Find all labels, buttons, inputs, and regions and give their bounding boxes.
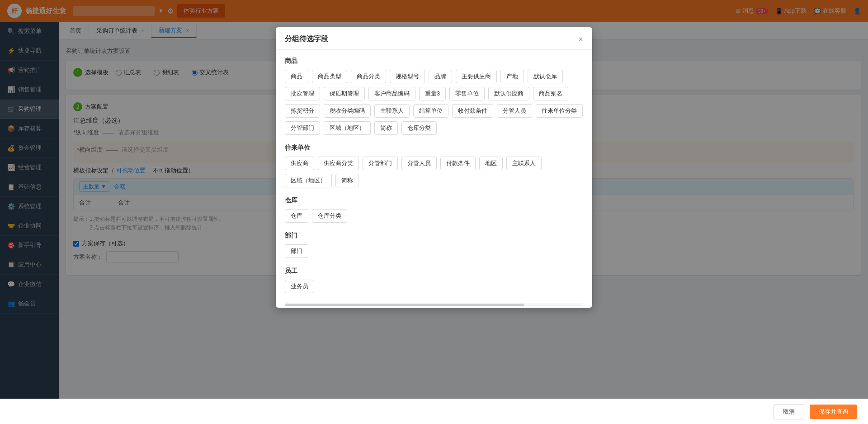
field-tag-0-14[interactable]: 商品别名 (533, 87, 568, 100)
field-tag-1-5[interactable]: 地区 (479, 157, 503, 170)
modal-horizontal-scrollbar[interactable] (285, 303, 583, 306)
field-tag-1-2[interactable]: 分管部门 (363, 157, 398, 170)
modal-section-2: 仓库仓库仓库分类 (285, 196, 583, 223)
field-tag-0-20[interactable]: 分管人员 (497, 104, 532, 118)
field-tag-0-19[interactable]: 收付款条件 (452, 104, 493, 118)
field-tag-0-7[interactable]: 默认仓库 (528, 70, 563, 83)
field-tag-1-0[interactable]: 供应商 (285, 157, 314, 170)
fields-grid-3: 部门 (285, 244, 583, 258)
hscrollbar-thumb (285, 304, 524, 306)
save-confirm-button[interactable]: 保存并查询 (810, 405, 857, 419)
section-title-3: 部门 (285, 232, 583, 240)
field-tag-0-6[interactable]: 产地 (500, 70, 524, 83)
modal-overlay: 分组待选字段 × 商品商品商品类型商品分类规格型号品牌主要供应商产地默认仓库批次… (0, 0, 868, 424)
field-tag-0-11[interactable]: 重量3 (419, 87, 446, 100)
modal-section-4: 员工业务员 (285, 267, 583, 293)
field-tag-0-24[interactable]: 简称 (374, 121, 398, 135)
field-tag-0-16[interactable]: 税收分类编码 (324, 104, 371, 118)
field-tag-1-3[interactable]: 分管人员 (401, 157, 437, 170)
field-tag-0-4[interactable]: 品牌 (429, 70, 452, 83)
field-tag-1-4[interactable]: 付款条件 (440, 157, 476, 170)
section-title-1: 往来单位 (285, 144, 583, 152)
field-tag-0-25[interactable]: 仓库分类 (401, 121, 437, 135)
modal-close-button[interactable]: × (578, 35, 583, 43)
field-tag-0-1[interactable]: 商品类型 (312, 70, 347, 83)
field-tag-0-23[interactable]: 区域（地区） (324, 121, 371, 135)
fields-grid-4: 业务员 (285, 280, 583, 293)
modal-header: 分组待选字段 × (276, 27, 592, 50)
field-tag-0-22[interactable]: 分管部门 (285, 121, 320, 135)
field-tag-4-0[interactable]: 业务员 (285, 280, 314, 293)
modal-section-1: 往来单位供应商供应商分类分管部门分管人员付款条件地区主联系人区域（地区）简称 (285, 144, 583, 187)
section-title-0: 商品 (285, 57, 583, 65)
fields-grid-2: 仓库仓库分类 (285, 209, 583, 223)
field-tag-2-1[interactable]: 仓库分类 (312, 209, 347, 223)
fields-grid-0: 商品商品类型商品分类规格型号品牌主要供应商产地默认仓库批次管理保质期管理客户商品… (285, 70, 583, 135)
modal-title: 分组待选字段 (285, 34, 328, 44)
modal-section-3: 部门部门 (285, 232, 583, 258)
section-title-2: 仓库 (285, 196, 583, 205)
modal-body[interactable]: 商品商品商品类型商品分类规格型号品牌主要供应商产地默认仓库批次管理保质期管理客户… (276, 50, 592, 303)
modal-section-0: 商品商品商品类型商品分类规格型号品牌主要供应商产地默认仓库批次管理保质期管理客户… (285, 57, 583, 135)
field-tag-3-0[interactable]: 部门 (285, 244, 308, 258)
field-tag-0-9[interactable]: 保质期管理 (324, 87, 365, 100)
section-title-4: 员工 (285, 267, 583, 275)
field-tag-0-10[interactable]: 客户商品编码 (368, 87, 415, 100)
cancel-button[interactable]: 取消 (774, 404, 804, 419)
field-tag-1-7[interactable]: 区域（地区） (285, 174, 332, 187)
field-tag-0-21[interactable]: 往来单位分类 (536, 104, 583, 118)
field-tag-1-8[interactable]: 简称 (335, 174, 359, 187)
modal-dialog: 分组待选字段 × 商品商品商品类型商品分类规格型号品牌主要供应商产地默认仓库批次… (276, 27, 592, 308)
field-tag-0-0[interactable]: 商品 (285, 70, 308, 83)
field-tag-0-17[interactable]: 主联系人 (374, 104, 410, 118)
field-tag-2-0[interactable]: 仓库 (285, 209, 308, 223)
field-tag-0-12[interactable]: 零售单位 (449, 87, 485, 100)
field-tag-1-6[interactable]: 主联系人 (506, 157, 542, 170)
field-tag-0-2[interactable]: 商品分类 (351, 70, 386, 83)
field-tag-1-1[interactable]: 供应商分类 (318, 157, 359, 170)
field-tag-0-3[interactable]: 规格型号 (390, 70, 425, 83)
field-tag-0-15[interactable]: 拣货积分 (285, 104, 320, 118)
field-tag-0-5[interactable]: 主要供应商 (456, 70, 497, 83)
fields-grid-1: 供应商供应商分类分管部门分管人员付款条件地区主联系人区域（地区）简称 (285, 157, 583, 187)
field-tag-0-18[interactable]: 结算单位 (413, 104, 448, 118)
field-tag-0-13[interactable]: 默认供应商 (488, 87, 529, 100)
bottom-action-bar: 取消 保存并查询 (0, 399, 868, 424)
field-tag-0-8[interactable]: 批次管理 (285, 87, 320, 100)
